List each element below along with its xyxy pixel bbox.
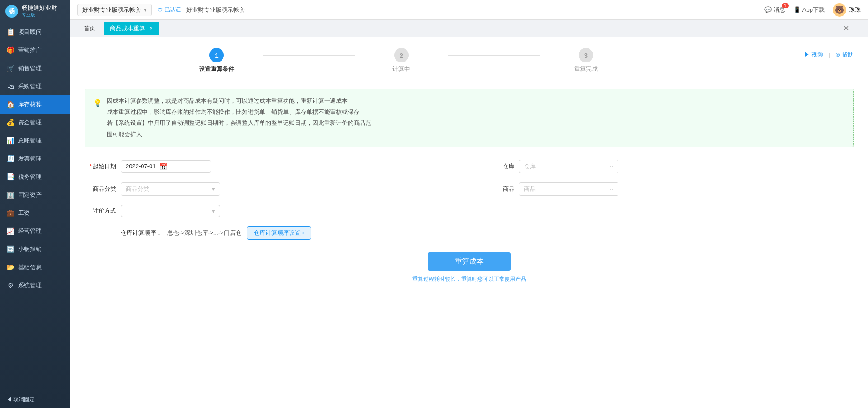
sidebar-item-sales[interactable]: 🛒 销售管理 <box>0 59 70 77</box>
warehouse-field[interactable]: 仓库 ··· <box>519 160 618 173</box>
steps-list: 1 设置重算条件 2 计算中 3 重算 <box>170 48 632 78</box>
shield-icon: 🛡 <box>157 7 163 13</box>
info-text: 因成本计算参数调整，或是对商品成本有疑问时，可以通过成本重算功能，重新计算一遍成… <box>107 95 371 140</box>
sidebar-item-asset[interactable]: 🏢 固定资产 <box>0 186 70 204</box>
sidebar-item-salary[interactable]: 💼 工资 <box>0 204 70 222</box>
product-dots-icon[interactable]: ··· <box>608 185 613 193</box>
step-1: 1 设置重算条件 <box>170 48 263 73</box>
sidebar-unpin-button[interactable]: ◀ 取消固定 <box>0 391 70 408</box>
form-col-date: *起始日期 2022-07-01 📅 <box>85 160 456 173</box>
category-dropdown-icon[interactable]: ▾ <box>212 185 215 192</box>
step-label-1: 设置重算条件 <box>199 65 234 73</box>
topbar-right: 💬 消息 1 📱 App下载 🐻 珠珠 <box>764 3 861 17</box>
verified-badge: 🛡 已认证 <box>157 6 181 14</box>
product-field[interactable]: 商品 ··· <box>519 182 618 196</box>
category-label: 商品分类 <box>85 185 121 193</box>
step-label-2: 计算中 <box>392 65 410 73</box>
purchase-icon: 🛍 <box>6 82 14 90</box>
form-row-3: 计价方式 ▾ <box>85 205 854 217</box>
finance-icon: 💰 <box>6 119 14 127</box>
warehouse-order-label: 仓库计算顺序： <box>121 229 162 237</box>
form-col-category: 商品分类 商品分类 ▾ <box>85 182 456 196</box>
warehouse-order-settings-button[interactable]: 仓库计算顺序设置 › <box>247 226 311 240</box>
start-date-field[interactable]: 2022-07-01 📅 <box>121 160 211 173</box>
logo-text: 畅捷通好业财 专业版 <box>22 5 57 18</box>
sidebar-item-basic[interactable]: 📂 基础信息 <box>0 258 70 276</box>
form-section: *起始日期 2022-07-01 📅 仓库 仓库 ··· <box>85 160 854 240</box>
help-link[interactable]: ⊙ 帮助 <box>835 51 854 59</box>
logo-icon: 畅 <box>5 5 18 18</box>
window-controls: ✕ ⛶ <box>843 24 861 33</box>
sales-icon: 🛒 <box>6 64 14 72</box>
app-download-button[interactable]: 📱 App下载 <box>793 6 825 14</box>
warehouse-dots-icon[interactable]: ··· <box>608 163 613 170</box>
recalc-hint: 重算过程耗时较长，重算时您可以正常使用产品 <box>412 275 526 283</box>
tab-home[interactable]: 首页 <box>77 22 102 35</box>
step-label-3: 重算完成 <box>574 65 598 73</box>
user-menu[interactable]: 🐻 珠珠 <box>833 3 861 17</box>
form-col-warehouse: 仓库 仓库 ··· <box>456 160 854 173</box>
content-area: 1 设置重算条件 2 计算中 3 重算 <box>70 37 868 408</box>
steps-help: ▶ 视频 | ⊙ 帮助 <box>804 48 854 59</box>
sidebar-item-ops[interactable]: 📈 经营管理 <box>0 222 70 240</box>
sidebar: 畅 畅捷通好业财 专业版 📋 项目顾问 🎁 营销推广 🛒 销售管理 🛍 采购管理… <box>0 0 70 408</box>
project-icon: 📋 <box>6 28 14 36</box>
tab-close-icon[interactable]: × <box>150 25 153 32</box>
pricing-label: 计价方式 <box>85 207 121 215</box>
steps-section: 1 设置重算条件 2 计算中 3 重算 <box>85 48 854 78</box>
expand-window-button[interactable]: ⛶ <box>854 24 861 33</box>
sidebar-item-invoice[interactable]: 🧾 发票管理 <box>0 150 70 168</box>
tax-icon: 📑 <box>6 173 14 181</box>
salary-icon: 💼 <box>6 209 14 217</box>
recalc-button[interactable]: 重算成本 <box>428 252 511 271</box>
step-circle-1: 1 <box>209 48 224 62</box>
sidebar-item-purchase[interactable]: 🛍 采购管理 <box>0 77 70 95</box>
message-button[interactable]: 💬 消息 1 <box>764 6 785 14</box>
sidebar-item-project[interactable]: 📋 项目顾问 <box>0 23 70 41</box>
tab-cost-recalc[interactable]: 商品成本重算 × <box>104 22 159 35</box>
product-label: 商品 <box>483 185 519 193</box>
account-select[interactable]: 好业财专业版演示帐套 ▾ <box>77 4 152 16</box>
step-line-2 <box>448 55 540 56</box>
chevron-down-icon: ▾ <box>144 6 147 13</box>
step-circle-2: 2 <box>394 48 409 62</box>
required-mark: * <box>90 163 92 170</box>
marketing-icon: 🎁 <box>6 46 14 54</box>
main-area: 好业财专业版演示帐套 ▾ 🛡 已认证 好业财专业版演示帐套 💬 消息 1 📱 A… <box>70 0 868 408</box>
ops-icon: 📈 <box>6 227 14 235</box>
sidebar-item-accounting[interactable]: 📊 总账管理 <box>0 132 70 150</box>
form-col-product: 商品 商品 ··· <box>456 182 854 196</box>
warehouse-order-value: 总仓->深圳仓库->...->门店仓 <box>167 229 241 237</box>
sidebar-logo: 畅 畅捷通好业财 专业版 <box>0 0 70 23</box>
avatar: 🐻 <box>833 3 846 17</box>
pricing-field[interactable]: ▾ <box>121 205 220 217</box>
expense-icon: 🔄 <box>6 245 14 253</box>
sidebar-item-marketing[interactable]: 🎁 营销推广 <box>0 41 70 59</box>
message-badge: 1 <box>782 3 789 8</box>
topbar: 好业财专业版演示帐套 ▾ 🛡 已认证 好业财专业版演示帐套 💬 消息 1 📱 A… <box>70 0 868 20</box>
warehouse-label: 仓库 <box>483 162 519 171</box>
start-date-label: *起始日期 <box>85 162 121 171</box>
step-line-1 <box>263 55 355 56</box>
pricing-dropdown-icon[interactable]: ▾ <box>212 208 215 214</box>
sidebar-item-finance[interactable]: 💰 资金管理 <box>0 114 70 132</box>
close-window-button[interactable]: ✕ <box>843 24 849 33</box>
form-row-2: 商品分类 商品分类 ▾ 商品 商品 ··· <box>85 182 854 196</box>
accounting-icon: 📊 <box>6 137 14 145</box>
sidebar-item-expense[interactable]: 🔄 小畅报销 <box>0 240 70 258</box>
inventory-icon: 🏠 <box>6 100 14 109</box>
sidebar-item-inventory[interactable]: 🏠 库存核算 <box>0 95 70 114</box>
account-name: 好业财专业版演示帐套 <box>186 6 245 14</box>
sidebar-item-tax[interactable]: 📑 税务管理 <box>0 168 70 186</box>
sidebar-item-system[interactable]: ⚙ 系统管理 <box>0 276 70 294</box>
calendar-icon[interactable]: 📅 <box>160 163 167 170</box>
phone-icon: 📱 <box>793 6 801 13</box>
action-center: 重算成本 重算过程耗时较长，重算时您可以正常使用产品 <box>85 252 854 283</box>
info-box: 💡 因成本计算参数调整，或是对商品成本有疑问时，可以通过成本重算功能，重新计算一… <box>85 89 854 147</box>
category-field[interactable]: 商品分类 ▾ <box>121 182 220 196</box>
video-link[interactable]: ▶ 视频 <box>804 51 823 59</box>
step-circle-3: 3 <box>579 48 593 62</box>
form-col-pricing: 计价方式 ▾ <box>85 205 854 217</box>
form-row-1: *起始日期 2022-07-01 📅 仓库 仓库 ··· <box>85 160 854 173</box>
system-icon: ⚙ <box>6 281 14 289</box>
